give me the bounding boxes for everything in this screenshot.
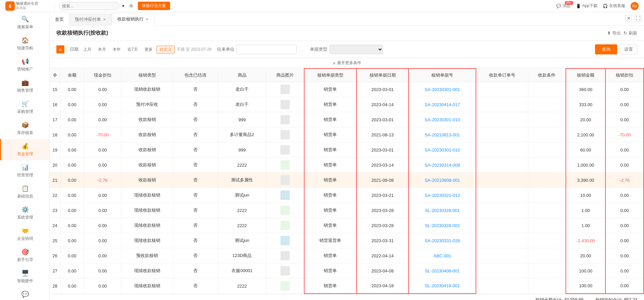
td-num: 20: [50, 158, 60, 173]
header-row: ⚙ 余额 现金折扣 核销类型 包含已结清 商品 商品图片 核销单据类型 核销单据…: [50, 69, 644, 82]
tab-prepay[interactable]: 预付冲应付单 ✕: [69, 13, 112, 25]
sidebar-item-system[interactable]: ⚙️ 系统管理: [0, 203, 49, 224]
online-service[interactable]: 🎧 在线客服: [603, 3, 625, 9]
date-btn-7days[interactable]: 近7天: [125, 46, 141, 53]
sidebar-item-basics[interactable]: 📋 基础信息: [0, 181, 49, 203]
sidebar-item-guide[interactable]: 🎯 新手引导: [0, 245, 49, 266]
from-unit-input[interactable]: [236, 45, 297, 54]
td-verify-date: 2023-03-01: [357, 82, 409, 97]
tab-close-all[interactable]: ✕: [625, 15, 632, 22]
tab-close-verify[interactable]: ✕: [146, 17, 149, 22]
td-cash-discount: 0.00: [84, 218, 121, 233]
search-dropdown[interactable]: ▾: [122, 3, 124, 8]
app-download[interactable]: 📱 App下载: [576, 3, 597, 9]
th-verify-discount: 核销折扣: [605, 69, 644, 82]
td-cash-discount: 0.00: [84, 142, 121, 158]
verify-bill-no-link[interactable]: SA-20230414-017: [425, 102, 460, 107]
date-btn-more[interactable]: 更多: [142, 46, 155, 53]
user-avatar[interactable]: Rit: [631, 2, 639, 10]
verify-bill-no-link[interactable]: SL-20230408-001: [425, 268, 460, 273]
td-balance: 0.00: [60, 97, 84, 112]
td-verify-amount: 333.00: [566, 97, 605, 112]
date-btn-custom[interactable]: 自定义: [157, 46, 175, 53]
setting-button[interactable]: 设置: [620, 44, 637, 54]
sidebar-item-marketing[interactable]: 📢 营销推广: [0, 54, 49, 76]
verify-bill-no-link[interactable]: SA-20230331-026: [425, 238, 460, 243]
verify-bill-no-link[interactable]: SA-20210813-001: [425, 132, 460, 137]
verify-bill-no-link[interactable]: SA-20210808-001: [425, 178, 460, 183]
finance-icon: 💰: [21, 142, 29, 150]
marketing-icon: 📢: [21, 58, 29, 65]
refresh-button[interactable]: ↻ 刷新: [624, 30, 637, 36]
industry-btn[interactable]: 体验行业方案: [138, 2, 170, 10]
td-product: 2222: [218, 218, 266, 233]
td-cash-discount: 0.00: [84, 112, 121, 127]
th-balance: 余额: [60, 69, 84, 82]
td-verify-bill-no: SA-20230414-017: [409, 97, 476, 112]
td-num: 15: [50, 82, 60, 97]
sidebar-item-quicknav[interactable]: 🏠 快捷导航: [0, 33, 49, 54]
query-button[interactable]: 查询: [595, 44, 617, 54]
td-balance: 0.00: [60, 263, 84, 278]
export-button[interactable]: ⬆ 导出: [607, 30, 621, 36]
tab-home[interactable]: 首页: [50, 14, 69, 25]
sidebar-item-inventory[interactable]: 📦 库存核算: [0, 118, 49, 139]
td-verify-bill-type: 销货单: [304, 203, 357, 218]
expand-more-btn[interactable]: ∨ 展开更多条件: [333, 60, 361, 66]
td-verify-discount: 0.00: [605, 233, 644, 248]
date-btn-last-month[interactable]: 上月: [80, 46, 94, 53]
verify-bill-no-link[interactable]: ABC-001: [433, 253, 451, 258]
message-icon[interactable]: 💬 消息 99+: [556, 3, 571, 9]
td-include-settled: 否: [173, 233, 218, 248]
td-receipt-order-no: [476, 263, 528, 278]
sidebar-item-operations[interactable]: 📊 经营管理: [0, 160, 49, 181]
td-verify-type: 现续收款核销: [121, 263, 173, 278]
collaboration-icon: 🤝: [21, 227, 29, 234]
top-search-input[interactable]: [59, 2, 119, 10]
date-btn-this-month[interactable]: 本月: [95, 46, 109, 53]
th-verify-bill-no: 核销单据号: [409, 69, 476, 82]
sidebar-item-finance[interactable]: 💰 资金管理: [0, 139, 49, 160]
sidebar-item-collaboration[interactable]: 🤝 企业协同: [0, 224, 49, 245]
table-row: 16 0.00 0.00 预付冲应收 否 老白干 销货单 2023-04-14 …: [50, 97, 644, 112]
td-verify-type: 收款核销: [121, 127, 173, 142]
from-unit-dots[interactable]: ...: [299, 47, 305, 52]
date-btn-this-year[interactable]: 本年: [110, 46, 123, 53]
verify-bill-no-link[interactable]: SA-20230314-008: [425, 163, 460, 168]
tab-expand[interactable]: ⛶: [635, 15, 641, 22]
sidebar-item-purchase[interactable]: 🛒 采购管理: [0, 97, 49, 118]
sidebar-item-wechat[interactable]: 💬 企业微信: [0, 287, 49, 300]
td-verify-discount: 0.00: [605, 263, 644, 278]
verify-bill-no-link[interactable]: SA-20230301-010: [425, 147, 460, 153]
verify-bill-no-link[interactable]: SL-20230328-002: [425, 223, 460, 228]
tab-verify[interactable]: 收款核销执行 ✕: [112, 13, 154, 26]
th-cash-discount: 现金折扣: [84, 69, 121, 82]
single-type-select[interactable]: [329, 45, 383, 54]
filter-expand-btn[interactable]: »: [56, 45, 64, 53]
td-verify-bill-type: 销货单: [304, 97, 357, 112]
verify-bill-no-link[interactable]: SL-20230418-001: [425, 283, 460, 288]
logo-area: 6 畅捷通好生意 标准版: [5, 1, 55, 11]
td-cash-discount: 0.00: [84, 158, 121, 173]
wechat-icon: 💬: [21, 291, 29, 298]
verify-bill-no-link[interactable]: SA-20230301-010: [425, 117, 460, 122]
td-verify-date: 2021-08-13: [357, 127, 409, 142]
tab-close-prepay[interactable]: ✕: [103, 17, 106, 22]
td-num: 24: [50, 218, 60, 233]
sidebar-item-hardware[interactable]: 🖥️ 智能硬件: [0, 266, 49, 287]
td-product-image: [266, 82, 304, 97]
gear-icon[interactable]: ⚙: [127, 2, 135, 10]
system-icon: ⚙️: [21, 206, 29, 213]
basics-icon: 📋: [21, 185, 29, 192]
verify-bill-no-link[interactable]: SA-20230321-012: [425, 193, 460, 198]
sidebar-item-sales[interactable]: 💼 销售管理: [0, 76, 49, 97]
td-verify-amount: 20.00: [566, 112, 605, 127]
purchase-icon: 🛒: [21, 100, 29, 108]
td-verify-bill-type: 销货单: [304, 263, 357, 278]
td-verify-bill-no: SA-20230301-001: [409, 82, 476, 97]
sidebar-item-search[interactable]: 🔍 搜索菜单: [0, 12, 49, 33]
td-receipt-condition: [528, 218, 566, 233]
verify-bill-no-link[interactable]: SA-20230301-001: [425, 87, 460, 92]
td-receipt-order-no: [476, 142, 528, 158]
verify-bill-no-link[interactable]: SL-20230328-001: [425, 208, 460, 213]
